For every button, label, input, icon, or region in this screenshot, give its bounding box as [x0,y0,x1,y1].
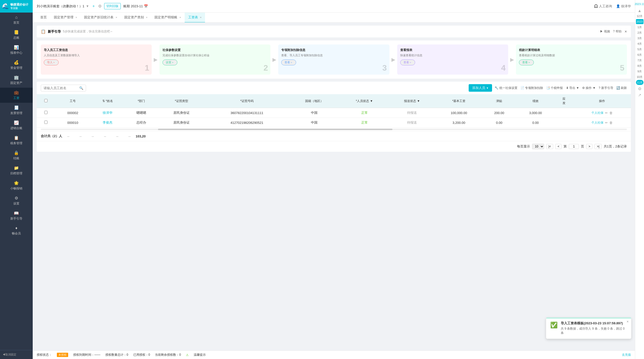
operate-action[interactable]: ⚙ 操作 ▼ [582,86,596,90]
month-9[interactable]: 9月 [636,69,643,74]
first-page-btn[interactable]: |< [546,144,553,149]
help-link[interactable]: ? 帮助 [613,29,622,34]
next-page-btn[interactable]: > [586,144,592,149]
sidebar-item-fixed-assets[interactable]: 🏢 固定资产 [0,73,33,88]
row2-name[interactable]: 李俊杰 [90,118,125,128]
row2-edit-icon[interactable]: ✏ [605,121,608,125]
sidebar-item-salary[interactable]: 💼 工资 [0,88,33,103]
search-input[interactable] [44,86,78,90]
sidebar-item-funds[interactable]: 💰 资金管理 [0,58,33,73]
col-checkbox[interactable] [37,94,55,108]
step-3-btn[interactable]: 查看＞ [281,60,296,65]
month-11[interactable]: 11月 [636,80,643,85]
row1-name[interactable]: 徐泽华 [90,108,125,118]
row2-delete-icon[interactable]: 🗑 [609,121,613,125]
ai-consult[interactable]: 🎧 人工咨询 [594,4,612,9]
step-5-title: 税款计算明细表 [519,48,624,52]
account-selector[interactable]: 刘小艳演示账套（勿删勿动！）1 ▼ [37,4,89,9]
refresh-action[interactable]: 🔄 刷新 [616,86,627,90]
up-arrow-icon[interactable]: ▲ [638,9,642,13]
sidebar-label-tax: 税务管理 [10,141,22,145]
guide-action[interactable]: ? 新手引导 [599,86,613,90]
col-performance: 绩效 [516,94,555,108]
col-status[interactable]: *人员状态 ▼ [340,94,389,108]
tax-declare-action[interactable]: 📑 个税申报 [546,86,563,90]
row1-base-salary: 100,000.00 [435,108,482,118]
step-1-btn[interactable]: 导入＞ [44,60,59,65]
month-7[interactable]: 7月 [636,58,643,63]
tab-fixed-assets[interactable]: 固定资产管理 × [50,13,80,23]
row1-edit-icon[interactable]: ✏ [605,111,608,115]
tab-asset-category[interactable]: 固定资产类别 × [121,13,151,23]
old-version-button[interactable]: 切到旧版 [104,3,121,9]
sidebar-item-ledger[interactable]: 📒 总账 [0,27,33,42]
prev-page-btn[interactable]: < [555,144,561,149]
month-6[interactable]: 6月 [636,52,643,57]
sidebar-item-member[interactable]: ♦ 畅会员 [0,223,33,238]
step-5-btn[interactable]: 查看＞ [519,60,534,65]
select-all-checkbox[interactable] [44,99,48,102]
tab-asset-detail[interactable]: 固定资产明细账 × [151,13,184,23]
unpin-button[interactable]: ◀取消固定 [0,350,33,359]
row1-delete-icon[interactable]: 🗑 [609,111,613,115]
period-selector[interactable]: 账期 2023-11 📅 [123,4,148,9]
month-8[interactable]: 8月 [636,63,643,68]
sidebar-item-sales[interactable]: 📈 进销台账 [0,118,33,133]
sidebar-item-guide[interactable]: 📖 新手引导 [0,208,33,223]
last-page-btn[interactable]: >| [594,144,601,149]
tab-asset-detail-close[interactable]: × [179,16,181,19]
page-input[interactable] [569,144,579,149]
sidebar-item-settings[interactable]: ⚙ 设置 [0,193,33,208]
month-10[interactable]: 10月 [636,74,643,79]
special-deduct-action[interactable]: 📄 专项附加扣除 [520,86,543,90]
export-action[interactable]: ⬇ 导出 ▼ [566,86,579,90]
tab-salary[interactable]: 工资表 × [185,13,205,23]
auth-total: 授权数量总计：0 [105,353,128,357]
settings-panel-icon[interactable]: ⚙ [638,86,641,91]
sidebar-item-archive[interactable]: 📁 归档管理 [0,163,33,178]
month-3[interactable]: 3月 [636,36,643,41]
col-name[interactable]: ⇅ *姓名 [90,94,125,108]
table-footer: 合计共（2）人 -- -- -- -- -- -- 103,20 [37,131,631,141]
add-account-icon[interactable]: ＋ [92,4,96,9]
month-5[interactable]: 5月 [636,47,643,52]
step-4: 查看报表 快速查看统计信息 查看＞ 4 [397,44,508,75]
social-insurance-action[interactable]: 🔧 统一社保设置 [495,86,517,90]
row2-social-btn[interactable]: 个人社保 [591,121,603,125]
topbar: 刘小艳演示账套（勿删勿动！）1 ▼ ＋ ⚙ 切到旧版 账期 2023-11 📅 … [33,0,635,13]
year-2023[interactable]: 2023 [636,19,643,24]
user-info[interactable]: 👤 徐泽华 [616,4,631,9]
col-report-status[interactable]: 报送状态 ▼ [389,94,435,108]
sidebar-item-invoices[interactable]: 🧾 发票管理 [0,103,33,118]
video-link[interactable]: ▶ 视频 [600,29,610,34]
tab-salary-close[interactable]: × [200,16,202,19]
sidebar-item-close[interactable]: 🔒 结账 [0,148,33,163]
sidebar-item-reports[interactable]: 📊 报表中心 [0,42,33,58]
tab-depreciation-close[interactable]: × [115,16,117,19]
settings-topbar-icon[interactable]: ⚙ [98,4,102,9]
per-page-select[interactable]: 10 20 50 [532,144,544,149]
tab-home[interactable]: 首页 [37,13,50,23]
sidebar-item-expense[interactable]: 🌟 小畅报销 [0,178,33,193]
month-1[interactable]: 1月 [636,25,643,30]
sidebar-item-home[interactable]: ⌂ 首页 [0,13,33,27]
row1-social-btn[interactable]: 个人社保 [591,111,603,115]
row1-checkbox[interactable] [37,108,55,118]
search-box[interactable]: 🔍 [41,85,86,91]
tab-fixed-assets-close[interactable]: × [75,16,77,19]
step-4-btn[interactable]: 查看＞ [400,60,415,65]
row2-checkbox[interactable] [37,118,55,128]
tab-asset-category-close[interactable]: × [146,16,147,19]
month-4[interactable]: 4月 [636,41,643,46]
month-12[interactable]: 12月 [636,14,643,19]
step-2-btn[interactable]: 设置＞ [163,60,177,65]
intro-close-btn[interactable]: × [625,29,627,34]
recharge-link[interactable]: 去充值 [622,353,631,357]
share-panel-icon[interactable]: ↗ [638,93,641,97]
page-label: 第 [564,144,567,149]
tab-depreciation[interactable]: 固定资产折旧统计表 × [80,13,120,23]
toast-close-btn[interactable]: × [627,320,629,324]
sidebar-item-tax[interactable]: 📋 税务管理 [0,133,33,148]
month-2[interactable]: 2月 [636,30,643,35]
add-employee-button[interactable]: 添加人员 ▼ [469,84,492,92]
